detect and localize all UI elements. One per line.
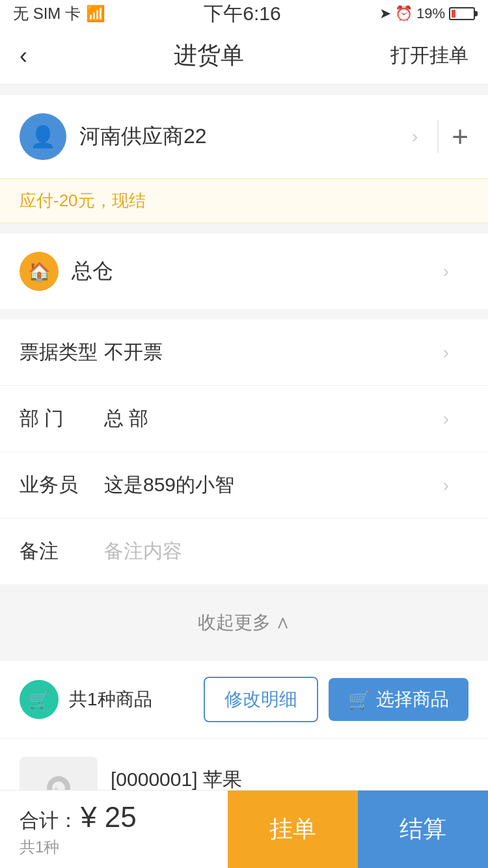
warehouse-icon-symbol: 🏠 [28, 261, 51, 282]
carrier-text: 无 SIM 卡 [13, 3, 81, 24]
top-gap [0, 85, 488, 95]
ticket-type-value: 不开票 [104, 339, 443, 366]
department-chevron-icon: › [443, 409, 449, 429]
product-code: [0000001] [111, 768, 203, 790]
location-icon: ➤ [379, 5, 391, 22]
alarm-icon: ⏰ [395, 5, 413, 22]
battery-icon [449, 7, 475, 20]
modify-detail-button[interactable]: 修改明细 [204, 677, 318, 722]
remark-label: 备注 [20, 538, 104, 565]
select-product-label: 选择商品 [376, 687, 449, 712]
notice-text: 应付-20元，现结 [20, 191, 146, 210]
warehouse-name: 总仓 [72, 257, 443, 286]
supplier-avatar: 👤 [20, 113, 66, 160]
total-label: 合计： [20, 807, 78, 834]
ticket-type-chevron-icon: › [443, 342, 449, 363]
notice-bar: 应付-20元，现结 [0, 178, 488, 223]
warehouse-icon: 🏠 [20, 252, 59, 291]
products-icon: 🛒 [20, 680, 59, 719]
salesperson-chevron-icon: › [443, 475, 449, 496]
supplier-chevron-icon: › [412, 126, 418, 147]
open-pending-button[interactable]: 打开挂单 [390, 42, 468, 69]
back-button[interactable]: ‹ [20, 42, 27, 70]
warehouse-section[interactable]: 🏠 总仓 › [0, 234, 488, 309]
avatar-icon: 👤 [30, 124, 56, 149]
total-amount: ¥ 25 [81, 801, 137, 834]
warehouse-chevron-icon: › [443, 261, 449, 282]
status-bar-right: ➤ ⏰ 19% [379, 5, 475, 22]
page-title: 进货单 [174, 40, 244, 72]
status-bar-left: 无 SIM 卡 📶 [13, 3, 105, 24]
supplier-name: 河南供应商22 [79, 122, 412, 151]
collapse-button[interactable]: 收起更多 ∧ [0, 595, 488, 651]
add-supplier-button[interactable]: + [452, 120, 468, 153]
cart-icon: 🛒 [29, 690, 49, 710]
total-count: 共1种 [20, 837, 208, 858]
remark-row[interactable]: 备注 备注内容 › [0, 519, 488, 584]
status-time: 下午6:16 [204, 1, 280, 27]
select-product-button[interactable]: 🛒 选择商品 [329, 678, 468, 721]
bottom-bar: 合计： ¥ 25 共1种 挂单 结算 [0, 790, 488, 868]
product-title: 苹果 [203, 768, 242, 790]
remark-placeholder: 备注内容 [104, 538, 443, 565]
salesperson-value: 这是859的小智 [104, 472, 443, 498]
salesperson-row[interactable]: 业务员 这是859的小智 › [0, 452, 488, 519]
supplier-section: 👤 河南供应商22 › + 应付-20元，现结 [0, 95, 488, 223]
nav-bar: ‹ 进货单 打开挂单 [0, 27, 488, 85]
salesperson-label: 业务员 [20, 472, 104, 498]
battery-text: 19% [416, 5, 445, 22]
supplier-row[interactable]: 👤 河南供应商22 › + [0, 95, 488, 178]
form-section: 票据类型 不开票 › 部 门 总 部 › 业务员 这是859的小智 › 备注 备… [0, 319, 488, 584]
select-product-icon: 🛒 [348, 689, 371, 711]
battery-fill [452, 10, 455, 18]
department-label: 部 门 [20, 405, 104, 432]
wifi-icon: 📶 [86, 5, 105, 23]
product-name: [0000001] 苹果 [111, 766, 438, 793]
department-value: 总 部 [104, 405, 443, 432]
ticket-type-row[interactable]: 票据类型 不开票 › [0, 319, 488, 386]
department-row[interactable]: 部 门 总 部 › [0, 386, 488, 452]
products-count: 共1种商品 [69, 687, 204, 712]
status-bar: 无 SIM 卡 📶 下午6:16 ➤ ⏰ 19% [0, 0, 488, 27]
ticket-type-label: 票据类型 [20, 339, 104, 366]
products-header: 🛒 共1种商品 修改明细 🛒 选择商品 [0, 661, 488, 739]
pending-button[interactable]: 挂单 [228, 791, 358, 868]
total-section: 合计： ¥ 25 共1种 [0, 791, 228, 868]
checkout-button[interactable]: 结算 [358, 791, 488, 868]
vertical-divider [437, 120, 439, 153]
